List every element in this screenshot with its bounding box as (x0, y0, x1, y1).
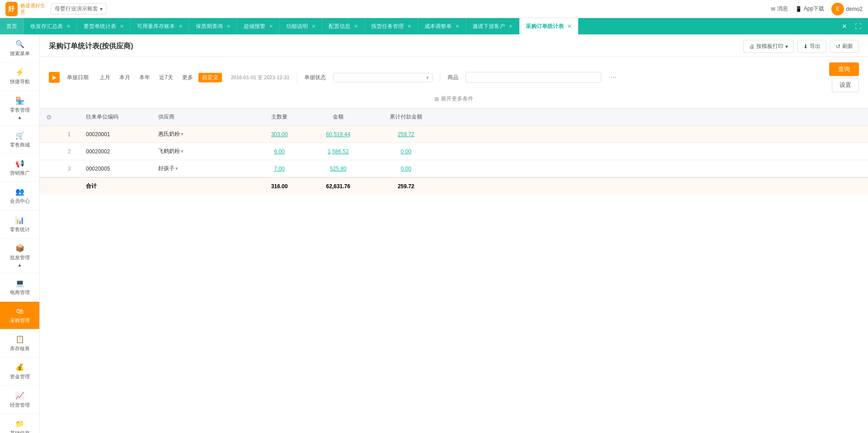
goods-input[interactable] (466, 72, 601, 83)
app-download-icon: 📱 (795, 6, 802, 12)
date-btn-more[interactable]: 更多 (179, 73, 197, 82)
nav-tab-收发存汇总表[interactable]: 收发存汇总表✕ (24, 18, 77, 34)
nav-tab-label-邀请下游客户: 邀请下游客户 (472, 23, 505, 30)
column-settings-icon[interactable]: ⚙ (46, 114, 52, 121)
sidebar-item-retail[interactable]: 🏪 零售管理 ▲ (0, 91, 39, 126)
message-btn[interactable]: ✉ 消息 (771, 5, 788, 13)
expand-row: ⊞ 展开更多条件 (49, 92, 859, 103)
top-bar: 好 畅捷通好生意 母婴行业演示账套 ▾ ✉ 消息 📱 App下载 E demo2 (0, 0, 868, 18)
sidebar-item-marketing[interactable]: 📢 营销推广 (0, 154, 39, 182)
nav-tab-close-采购订单统计表[interactable]: ✕ (567, 24, 571, 29)
nav-tab-close-保质期查询[interactable]: ✕ (226, 24, 231, 29)
sidebar-item-retail-stat[interactable]: 📊 零售统计 (0, 210, 39, 238)
footer-extra (442, 177, 868, 195)
sidebar-item-quick-nav[interactable]: ⚡ 快捷导航 (0, 62, 39, 90)
row-qty-1: 6.00 (252, 143, 307, 160)
nav-tab-成本调整单[interactable]: 成本调整单✕ (418, 18, 466, 34)
row-settings-0 (40, 126, 58, 143)
nav-tab-要货单统计表[interactable]: 要货单统计表✕ (77, 18, 131, 34)
nav-tab-拣货任务管理[interactable]: 拣货任务管理✕ (365, 18, 418, 34)
table-row: 2 00020002 飞鹤奶粉▾ 6.00 1,586.52 0.00 (40, 143, 868, 160)
sidebar-item-search[interactable]: 🔍 搜索菜单 (0, 34, 39, 62)
sidebar-icon-inventory: 📋 (15, 335, 24, 343)
nav-tab-close-成本调整单[interactable]: ✕ (455, 24, 459, 29)
date-btn-this-year[interactable]: 本年 (136, 73, 154, 82)
table-row: 3 00020005 好孩子▾ 7.00 525.80 0.00 (40, 160, 868, 178)
nav-tab-close-要货单统计表[interactable]: ✕ (120, 24, 124, 29)
sidebar-icon-ecommerce: 💻 (15, 279, 24, 287)
footer-paid: 259.72 (370, 177, 442, 195)
sidebar-item-retail-mall[interactable]: 🛒 零售商城 (0, 126, 39, 154)
row-supplier-0: 惠氏奶粉▾ (153, 126, 252, 143)
sidebar-icon-wholesale: 📦 (15, 244, 24, 252)
nav-tab-close-拣货任务管理[interactable]: ✕ (407, 24, 411, 29)
close-tab-btn[interactable]: ✕ (838, 20, 851, 33)
nav-tab-label-收发存汇总表: 收发存汇总表 (30, 23, 63, 30)
status-select[interactable]: ▾ (333, 73, 433, 82)
nav-tab-配置信息[interactable]: 配置信息✕ (322, 18, 365, 34)
sidebar-item-purchase[interactable]: 🛍 采购管理 (0, 302, 39, 329)
sidebar-label-retail-mall: 零售商城 (10, 142, 30, 148)
sidebar-item-finance[interactable]: 💰 资金管理 (0, 357, 39, 385)
nav-end-btns: ✕ ⛶ (838, 20, 868, 33)
nav-tab-可用量库存账本[interactable]: 可用量库存账本✕ (131, 18, 189, 34)
refresh-icon: ↺ (836, 43, 840, 50)
logo-area: 好 畅捷通好生意 (5, 2, 45, 16)
sidebar-item-ecommerce[interactable]: 💻 电商管理 (0, 273, 39, 301)
goods-filter-label: 商品 (448, 74, 458, 81)
nav-tab-close-收发存汇总表[interactable]: ✕ (66, 24, 71, 29)
nav-tab-超储预警[interactable]: 超储预警✕ (237, 18, 280, 34)
nav-tab-close-功能说明[interactable]: ✕ (311, 24, 316, 29)
expand-more-btn[interactable]: ⊞ 展开更多条件 (434, 95, 473, 103)
nav-tab-close-配置信息[interactable]: ✕ (354, 24, 358, 29)
app-download-btn[interactable]: 📱 App下载 (795, 5, 824, 13)
expand-icon: ⊞ (434, 96, 439, 102)
date-btn-7days[interactable]: 近7天 (156, 73, 177, 82)
page-header: 采购订单统计表(按供应商) 🖨 按模板打印 ▾ ⬇ 导出 ↺ 刷新 (40, 34, 868, 57)
row-supplier-1: 飞鹤奶粉▾ (153, 143, 252, 160)
more-options-icon[interactable]: ⋯ (610, 74, 617, 81)
user-menu-btn[interactable]: E demo2 (831, 3, 863, 15)
print-btn[interactable]: 🖨 按模板打印 ▾ (743, 40, 794, 53)
row-qty-2: 7.00 (252, 160, 307, 178)
maximize-btn[interactable]: ⛶ (852, 20, 864, 33)
nav-tab-邀请下游客户[interactable]: 邀请下游客户✕ (466, 18, 519, 34)
sidebar-item-member[interactable]: 👥 会员中心 (0, 182, 39, 210)
logo-text: 畅捷通好生意 (20, 3, 45, 14)
table-container: ⚙ 往来单位编码 供应商 主数量 金额 累计付款金额 1 (40, 109, 868, 433)
sidebar-item-wholesale[interactable]: 📦 批发管理 ▲ (0, 238, 39, 273)
workspace-selector[interactable]: 母婴行业演示账套 ▾ (51, 3, 107, 14)
sidebar-icon-finance: 💰 (15, 363, 24, 371)
divider-2 (440, 73, 440, 82)
filter-row-1: ▶ 单据日期 上月 本月 本年 近7天 更多 自定义 2016-01-01 至 … (49, 62, 859, 92)
nav-tab-label-拣货任务管理: 拣货任务管理 (371, 23, 404, 30)
row-settings-2 (40, 160, 58, 178)
app-download-label: App下载 (804, 5, 824, 13)
status-filter-label: 单据状态 (304, 74, 326, 81)
nav-tab-采购订单统计表[interactable]: 采购订单统计表✕ (519, 18, 578, 34)
refresh-btn[interactable]: ↺ 刷新 (830, 40, 859, 53)
nav-tab-home[interactable]: 首页 (0, 18, 24, 34)
toggle-panel-btn[interactable]: ▶ (49, 72, 60, 83)
export-btn[interactable]: ⬇ 导出 (797, 40, 826, 53)
print-icon: 🖨 (749, 43, 755, 50)
sidebar-label-retail-stat: 零售统计 (10, 226, 30, 233)
nav-tab-功能说明[interactable]: 功能说明✕ (280, 18, 322, 34)
search-btn[interactable]: 查询 (829, 62, 859, 76)
sidebar-item-basic[interactable]: 📁 基础信息 (0, 414, 39, 433)
date-quick-btns: 上月 本月 本年 近7天 更多 自定义 (96, 73, 222, 82)
nav-tab-close-超储预警[interactable]: ✕ (269, 24, 273, 29)
sidebar-icon-member: 👥 (15, 187, 24, 196)
nav-tab-保质期查询[interactable]: 保质期查询✕ (189, 18, 237, 34)
row-paid-1: 0.00 (370, 143, 442, 160)
content-area: 采购订单统计表(按供应商) 🖨 按模板打印 ▾ ⬇ 导出 ↺ 刷新 (40, 34, 868, 433)
date-btn-last-month[interactable]: 上月 (96, 73, 114, 82)
row-supplier-2: 好孩子▾ (153, 160, 252, 178)
sidebar-item-inventory[interactable]: 📋 库存核算 (0, 329, 39, 357)
settings-btn[interactable]: 设置 (832, 78, 859, 92)
sidebar-item-operations[interactable]: 📈 经营管理 (0, 386, 39, 414)
date-btn-this-month[interactable]: 本月 (116, 73, 134, 82)
nav-tab-close-可用量库存账本[interactable]: ✕ (179, 24, 183, 29)
nav-tab-close-邀请下游客户[interactable]: ✕ (509, 24, 513, 29)
date-custom-badge[interactable]: 自定义 (198, 73, 222, 82)
